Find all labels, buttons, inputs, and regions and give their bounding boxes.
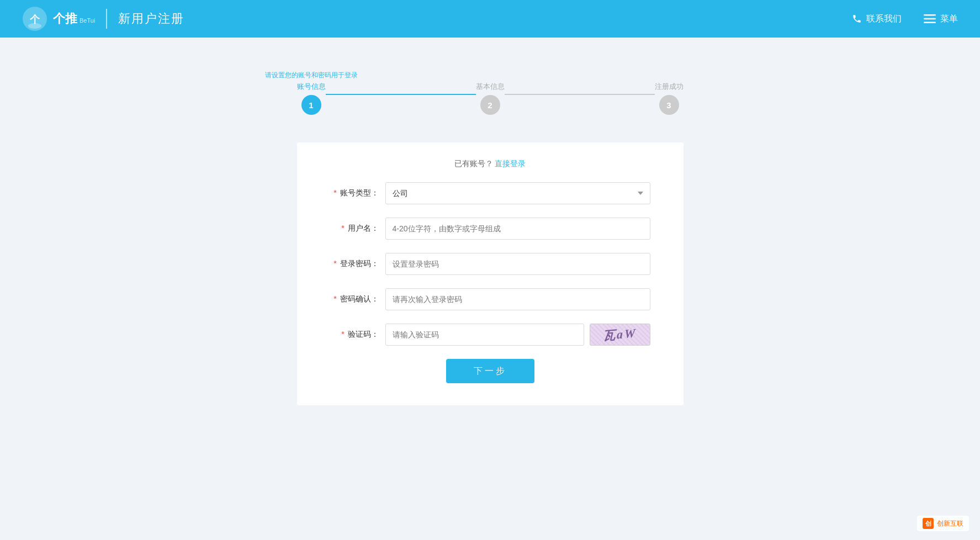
step-connector-1 — [326, 94, 476, 95]
submit-row: 下一步 — [330, 359, 650, 383]
next-step-button[interactable]: 下一步 — [446, 359, 534, 383]
username-row: * 用户名： — [330, 218, 650, 240]
confirm-password-label: * 密码确认： — [330, 294, 385, 304]
header: 个 个推 BeTui 新用户注册 联系我们 菜单 — [0, 0, 980, 38]
captcha-row: * 验证码： 瓦aW — [330, 324, 650, 346]
required-star-5: * — [341, 330, 344, 338]
bottom-brand: 创 创新互联 — [917, 516, 969, 531]
step-3-number: 3 — [666, 100, 671, 110]
form-container: 请设置您的账号和密码用于登录 账号信息 1 基本信息 2 注册成功 3 — [297, 71, 684, 540]
step-2-number: 2 — [488, 100, 492, 110]
logo-text: 个推 — [53, 10, 77, 27]
svg-rect-3 — [924, 14, 936, 16]
step-2-circle: 2 — [480, 95, 500, 115]
svg-rect-4 — [924, 18, 936, 20]
captcha-image[interactable]: 瓦aW — [590, 324, 650, 346]
required-star-3: * — [333, 259, 336, 268]
header-divider — [106, 9, 107, 29]
step-2-label: 基本信息 — [476, 82, 505, 92]
required-star-1: * — [333, 188, 336, 197]
menu-button[interactable]: 菜单 — [924, 13, 958, 25]
step-connector-2 — [505, 94, 655, 95]
step-2: 基本信息 2 — [476, 82, 505, 115]
captcha-label: * 验证码： — [330, 330, 385, 340]
logo-subtitle: BeTui — [80, 17, 95, 24]
step-1-number: 1 — [309, 100, 313, 110]
password-label: * 登录密码： — [330, 259, 385, 269]
captcha-input-group: 瓦aW — [385, 324, 650, 346]
step-1-hint: 请设置您的账号和密码用于登录 — [265, 71, 358, 80]
account-type-label: * 账号类型： — [330, 188, 385, 198]
brand-label: 创新互联 — [937, 519, 963, 528]
step-1: 请设置您的账号和密码用于登录 账号信息 1 — [297, 82, 326, 115]
already-account-row: 已有账号？ 直接登录 — [330, 159, 650, 169]
brand-icon: 创 — [923, 518, 934, 529]
menu-icon — [924, 14, 936, 23]
required-star-4: * — [333, 294, 336, 303]
logo: 个 个推 BeTui — [22, 6, 95, 31]
steps: 请设置您的账号和密码用于登录 账号信息 1 基本信息 2 注册成功 3 — [297, 71, 684, 120]
step-3-label: 注册成功 — [655, 82, 684, 92]
step-3: 注册成功 3 — [655, 82, 684, 115]
header-right: 联系我们 菜单 — [852, 13, 958, 25]
logo-icon: 个 — [22, 6, 47, 31]
already-account-text: 已有账号？ — [454, 159, 493, 168]
contact-button[interactable]: 联系我们 — [852, 13, 902, 25]
username-label: * 用户名： — [330, 224, 385, 234]
step-1-circle: 1 — [301, 95, 321, 115]
account-type-row: * 账号类型： 公司 个人 — [330, 182, 650, 204]
confirm-password-input[interactable] — [385, 288, 650, 310]
step-1-label: 账号信息 — [297, 82, 326, 92]
svg-point-2 — [28, 23, 41, 29]
login-link[interactable]: 直接登录 — [495, 159, 526, 168]
username-input[interactable] — [385, 218, 650, 240]
menu-label: 菜单 — [940, 13, 958, 25]
phone-icon — [852, 14, 862, 24]
captcha-input[interactable] — [385, 324, 584, 346]
account-type-select[interactable]: 公司 个人 — [385, 182, 650, 204]
form-card: 已有账号？ 直接登录 * 账号类型： 公司 个人 * 用户名： — [297, 142, 684, 405]
header-title: 新用户注册 — [118, 10, 184, 27]
confirm-password-row: * 密码确认： — [330, 288, 650, 310]
password-row: * 登录密码： — [330, 253, 650, 275]
contact-label: 联系我们 — [866, 13, 902, 25]
svg-rect-5 — [924, 22, 936, 24]
captcha-text: 瓦aW — [603, 325, 637, 344]
required-star-2: * — [341, 224, 344, 232]
step-3-circle: 3 — [659, 95, 679, 115]
main-content: 请设置您的账号和密码用于登录 账号信息 1 基本信息 2 注册成功 3 — [0, 38, 980, 540]
password-input[interactable] — [385, 253, 650, 275]
